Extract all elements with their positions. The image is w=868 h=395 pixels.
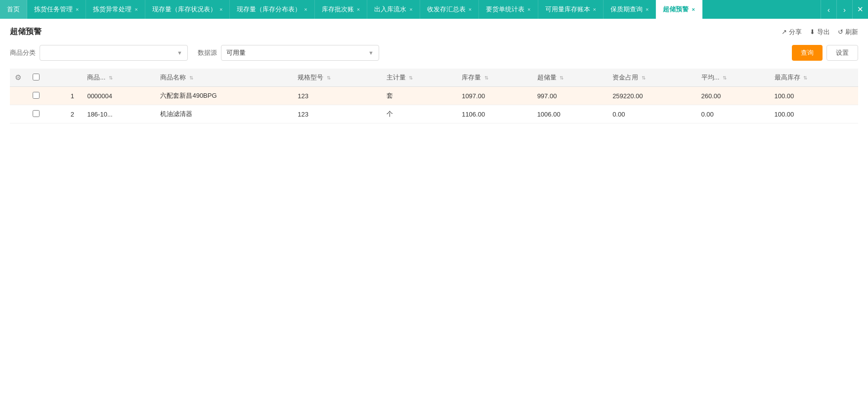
query-button[interactable]: 查询 (792, 45, 823, 61)
table-header-row: ⚙ 商品... ⇅ 商品名称 ⇅ 规格型号 ⇅ (10, 69, 858, 87)
share-icon: ↗ (781, 28, 787, 36)
datasource-chevron-icon: ▼ (368, 50, 374, 56)
nav-label-8: 要货单统计表 (486, 5, 524, 14)
nav-close-4[interactable]: × (304, 6, 307, 12)
nav-item-1[interactable]: 拣货任务管理 × (27, 0, 86, 19)
col-avg-label: 平均... (701, 74, 720, 81)
nav-item-2[interactable]: 拣货异常处理 × (86, 0, 145, 19)
nav-item-11[interactable]: 超储预警 × (656, 0, 702, 19)
nav-item-10[interactable]: 保质期查询 × (604, 0, 656, 19)
col-product-code-label: 商品... (87, 74, 105, 81)
filter-bar: 商品分类 ▼ 数据源 可用量 ▼ 查询 设置 (10, 45, 858, 61)
col-product-code[interactable]: 商品... ⇅ (82, 69, 155, 87)
page-title: 超储预警 (10, 27, 42, 37)
filter-actions: 查询 设置 (792, 45, 858, 61)
col-spec[interactable]: 规格型号 ⇅ (293, 69, 381, 87)
col-capital[interactable]: 资金占用 ⇅ (608, 69, 696, 87)
sort-icon-avg: ⇅ (723, 75, 727, 80)
nav-label-10: 保质期查询 (610, 5, 643, 14)
nav-controls: ‹ › ✕ (821, 0, 868, 19)
row-avg-cell: 0.00 (696, 105, 770, 123)
nav-label-2: 拣货异常处理 (93, 5, 131, 14)
nav-item-3[interactable]: 现存量（库存状况表） × (145, 0, 230, 19)
nav-prev-button[interactable]: ‹ (821, 0, 836, 19)
nav-label-5: 库存批次账 (322, 5, 354, 14)
nav-item-home[interactable]: 首页 (0, 0, 27, 19)
row-product-code-cell: 186-10... (82, 105, 155, 123)
chevron-down-icon: ▼ (177, 50, 182, 56)
nav-close-5[interactable]: × (357, 6, 360, 12)
col-checkbox-header (28, 69, 62, 87)
nav-close-all-button[interactable]: ✕ (852, 0, 868, 19)
sort-icon-product-name: ⇅ (189, 75, 193, 80)
col-avg[interactable]: 平均... ⇅ (696, 69, 770, 87)
row-no-cell: 2 (62, 105, 82, 123)
col-capital-label: 资金占用 (612, 74, 638, 81)
nav-label-7: 收发存汇总表 (427, 5, 466, 14)
refresh-action[interactable]: ↺ 刷新 (838, 28, 858, 37)
sort-icon-overstock: ⇅ (560, 75, 564, 80)
col-stock[interactable]: 库存量 ⇅ (457, 69, 532, 87)
select-all-checkbox[interactable] (33, 74, 40, 80)
settings-button[interactable]: 设置 (826, 45, 858, 61)
nav-label-6: 出入库流水 (374, 5, 406, 14)
refresh-label: 刷新 (845, 28, 858, 37)
row-gear-cell (10, 87, 28, 105)
row-checkbox-1[interactable] (33, 110, 40, 117)
nav-close-10[interactable]: × (646, 6, 649, 12)
page-actions: ↗ 分享 ⬇ 导出 ↺ 刷新 (781, 28, 858, 37)
nav-label-3: 现存量（库存状况表） (152, 5, 217, 14)
row-spec-cell: 123 (293, 87, 381, 105)
row-no-cell: 1 (62, 87, 82, 105)
export-icon: ⬇ (810, 28, 815, 36)
nav-item-8[interactable]: 要货单统计表 × (479, 0, 538, 19)
sort-icon-stock: ⇅ (484, 75, 488, 80)
category-select[interactable]: ▼ (40, 45, 188, 61)
nav-next-button[interactable]: › (836, 0, 852, 19)
nav-close-11[interactable]: × (692, 6, 694, 12)
nav-close-8[interactable]: × (527, 6, 530, 12)
col-unit-label: 主计量 (387, 74, 406, 81)
nav-close-7[interactable]: × (469, 6, 472, 12)
row-capital-cell: 259220.00 (608, 87, 696, 105)
refresh-icon: ↺ (838, 28, 843, 36)
nav-close-2[interactable]: × (134, 6, 137, 12)
share-action[interactable]: ↗ 分享 (781, 28, 802, 37)
nav-item-7[interactable]: 收发存汇总表 × (420, 0, 479, 19)
datasource-filter-group: 数据源 可用量 ▼ (198, 45, 379, 61)
nav-item-6[interactable]: 出入库流水 × (367, 0, 420, 19)
row-spec-cell: 123 (293, 105, 381, 123)
row-overstock-cell: 997.00 (532, 87, 608, 105)
sort-icon-max-stock: ⇅ (803, 75, 807, 80)
nav-item-5[interactable]: 库存批次账 × (315, 0, 367, 19)
share-label: 分享 (789, 28, 802, 37)
col-overstock[interactable]: 超储量 ⇅ (532, 69, 608, 87)
export-action[interactable]: ⬇ 导出 (810, 28, 830, 37)
col-product-name[interactable]: 商品名称 ⇅ (155, 69, 293, 87)
table-row: 1 0000004 六配套新昌490BPG 123 套 1097.00 997.… (10, 87, 858, 105)
col-stock-label: 库存量 (462, 74, 481, 81)
row-checkbox-cell (28, 87, 62, 105)
nav-close-9[interactable]: × (593, 6, 596, 12)
datasource-select[interactable]: 可用量 ▼ (221, 45, 379, 61)
nav-close-3[interactable]: × (219, 6, 222, 12)
row-avg-cell: 260.00 (696, 87, 770, 105)
sort-icon-spec: ⇅ (327, 75, 331, 80)
row-unit-cell: 套 (382, 87, 457, 105)
gear-icon[interactable]: ⚙ (15, 73, 21, 81)
col-max-stock[interactable]: 最高库存 ⇅ (770, 69, 858, 87)
nav-label-11: 超储预警 (663, 5, 689, 14)
data-table: ⚙ 商品... ⇅ 商品名称 ⇅ 规格型号 ⇅ (10, 69, 858, 123)
table-row: 2 186-10... 机油滤清器 123 个 1106.00 1006.00 … (10, 105, 858, 123)
page-header: 超储预警 ↗ 分享 ⬇ 导出 ↺ 刷新 (10, 27, 858, 37)
nav-item-4[interactable]: 现存量（库存分布表） × (230, 0, 314, 19)
nav-close-1[interactable]: × (76, 6, 79, 12)
col-max-stock-label: 最高库存 (775, 74, 800, 81)
row-max-stock-cell: 100.00 (770, 87, 858, 105)
col-unit[interactable]: 主计量 ⇅ (382, 69, 457, 87)
nav-item-9[interactable]: 可用量库存账本 × (538, 0, 604, 19)
page-content: 超储预警 ↗ 分享 ⬇ 导出 ↺ 刷新 商品分类 ▼ 数据源 (0, 19, 868, 395)
top-navigation: 首页 拣货任务管理 × 拣货异常处理 × 现存量（库存状况表） × 现存量（库存… (0, 0, 868, 19)
nav-close-6[interactable]: × (409, 6, 412, 12)
row-checkbox-0[interactable] (33, 92, 40, 99)
